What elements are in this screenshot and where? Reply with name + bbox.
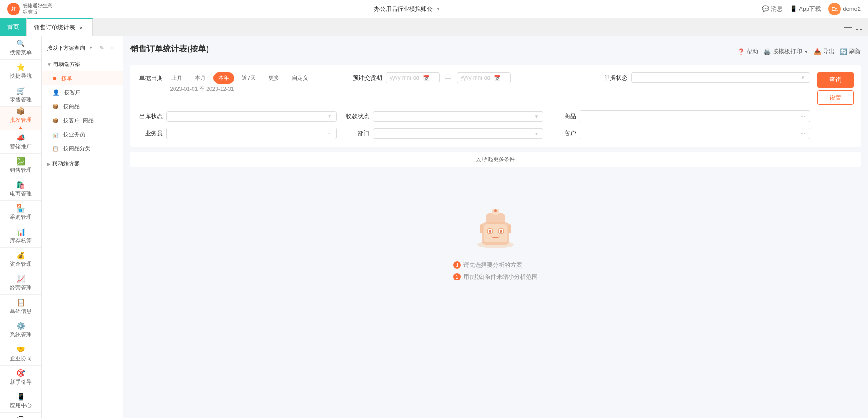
date-tab-this-month[interactable]: 本月 xyxy=(190,72,211,84)
sidebar-item-weixin[interactable]: 💬 企业微信 xyxy=(0,413,41,418)
help-button[interactable]: ❓ 帮助 xyxy=(737,48,758,56)
scheme-item-by-customer-goods[interactable]: 📦 按客户+商品 xyxy=(42,114,123,128)
collapse-bar[interactable]: △ 收起更多条件 xyxy=(130,152,861,167)
customer-more-icon: ··· xyxy=(801,130,805,137)
sidebar-item-ecommerce[interactable]: 🛍️ 电商管理 xyxy=(0,177,41,201)
date-tab-last-7[interactable]: 近7天 xyxy=(237,72,261,84)
empty-hint-1: 1 请先选择要分析的方案 xyxy=(453,261,537,269)
sidebar-item-basic[interactable]: 📋 基础信息 xyxy=(0,295,41,318)
date-label: 单据日期 xyxy=(137,74,163,82)
system-icon: ⚙️ xyxy=(16,322,25,330)
expected-date-to[interactable]: yyyy-mm-dd 📅 xyxy=(457,72,511,83)
customer-input[interactable]: ··· xyxy=(580,128,810,139)
svg-rect-2 xyxy=(484,224,507,242)
message-button[interactable]: 💬 消息 xyxy=(762,5,783,13)
sidebar-item-search-menu[interactable]: 🔍 搜索菜单 xyxy=(0,36,41,60)
sidebar-item-quick-nav[interactable]: ⭐ 快捷导航 xyxy=(0,60,41,83)
salesman-label: 业务员 xyxy=(137,129,163,138)
date-tab-more[interactable]: 更多 xyxy=(264,72,284,84)
action-buttons: 查询 设置 xyxy=(817,72,854,105)
export-icon: 📥 xyxy=(814,48,821,55)
collapse-icon: « xyxy=(111,45,114,51)
export-button[interactable]: 📥 导出 xyxy=(814,48,835,56)
user-menu[interactable]: Ea demo2 xyxy=(828,3,861,15)
print-button[interactable]: 🖨️ 按模板打印 ▼ xyxy=(764,48,808,56)
dept-arrow-icon: ▼ xyxy=(534,131,539,136)
tab-sales-order-stats[interactable]: 销售订单统计表 × xyxy=(27,18,93,36)
svg-rect-8 xyxy=(508,224,511,233)
ecommerce-icon: 🛍️ xyxy=(16,180,25,189)
refresh-button[interactable]: 🔄 刷新 xyxy=(840,48,861,56)
date-tab-this-year[interactable]: 本年 xyxy=(213,72,234,84)
date-to-placeholder: yyyy-mm-dd xyxy=(461,75,490,81)
top-bar: 好 畅捷通好生意 标准版 办公用品行业模拟账套 ▼ 💬 消息 📱 App下载 E… xyxy=(0,0,868,18)
edit-icon: ✎ xyxy=(99,45,104,51)
sidebar-item-enterprise[interactable]: 🤝 企业协同 xyxy=(0,342,41,366)
status-arrow-icon: ▼ xyxy=(801,75,805,80)
svg-point-6 xyxy=(500,230,502,233)
left-panel: 按以下方案查询 + ✎ « ▼ 电脑端方案 xyxy=(42,36,123,418)
salesman-input[interactable]: ··· xyxy=(166,128,337,139)
tab-home[interactable]: 首页 xyxy=(0,18,27,36)
sidebar-item-finance[interactable]: 💰 资金管理 xyxy=(0,248,41,271)
pay-status-select[interactable]: ▼ xyxy=(373,111,543,122)
dept-label: 部门 xyxy=(344,129,369,138)
settings-button[interactable]: 设置 xyxy=(817,90,854,105)
shipping-status-select[interactable]: ▼ xyxy=(166,111,337,122)
scheme-item-by-customer[interactable]: 👤 按客户 xyxy=(42,86,123,100)
logo-area: 好 畅捷通好生意 标准版 xyxy=(7,3,52,15)
sidebar-item-purchase[interactable]: 🏪 采购管理 xyxy=(0,201,41,224)
header-actions: ❓ 帮助 🖨️ 按模板打印 ▼ 📥 导出 🔄 刷新 xyxy=(737,48,861,56)
workspace-selector[interactable]: 办公用品行业模拟账套 ▼ xyxy=(374,5,441,13)
mobile-schemes-header[interactable]: ▶ 移动端方案 xyxy=(42,157,123,171)
date-tab-custom[interactable]: 自定义 xyxy=(287,72,313,84)
sidebar-item-retail[interactable]: 🛒 零售管理 xyxy=(0,83,41,107)
sidebar-item-newbie[interactable]: 🎯 新手引导 xyxy=(0,366,41,389)
scheme-item-by-goods[interactable]: 📦 按商品 xyxy=(42,100,123,114)
sidebar-item-sales[interactable]: 💹 销售管理 xyxy=(0,154,41,177)
maximize-button[interactable]: ⛶ xyxy=(855,23,863,31)
expected-date-label: 预计交货期 xyxy=(353,74,382,82)
scheme-item-by-category[interactable]: 📋 按商品分类 xyxy=(42,142,123,156)
query-button[interactable]: 查询 xyxy=(817,72,854,88)
app-download-button[interactable]: 📱 App下载 xyxy=(790,5,821,13)
main-layout: 🔍 搜索菜单 ⭐ 快捷导航 🛒 零售管理 📦 批发管理 ▲ 📣 营销推广 💹 销… xyxy=(0,36,868,418)
collapse-panel-button[interactable]: « xyxy=(108,43,117,52)
dept-select[interactable]: ▼ xyxy=(373,128,543,139)
purchase-icon: 🏪 xyxy=(16,204,25,213)
finance-icon: 💰 xyxy=(16,251,25,260)
left-panel-header: 按以下方案查询 + ✎ « xyxy=(42,40,123,56)
filter-section: 单据日期 上月 本月 本年 xyxy=(130,65,861,147)
retail-icon: 🛒 xyxy=(16,86,25,95)
add-scheme-button[interactable]: + xyxy=(86,43,95,52)
marketing-icon: 📣 xyxy=(16,133,25,142)
help-icon: ❓ xyxy=(737,48,745,55)
scheme-order-icon: ● xyxy=(52,74,57,82)
mobile-schemes-group: ▶ 移动端方案 xyxy=(42,157,123,171)
calendar-icon-2: 📅 xyxy=(494,75,500,81)
svg-rect-7 xyxy=(480,224,483,233)
edit-scheme-button[interactable]: ✎ xyxy=(97,43,106,52)
scheme-item-by-order[interactable]: ● 按单 xyxy=(42,71,123,86)
sidebar-item-marketing[interactable]: 📣 营销推广 xyxy=(0,130,41,154)
scheme-item-by-salesman[interactable]: 📊 按业务员 xyxy=(42,128,123,142)
sidebar-item-appcenter[interactable]: 📱 应用中心 xyxy=(0,389,41,413)
main-panel: 销售订单统计表(按单) ❓ 帮助 🖨️ 按模板打印 ▼ 📥 导出 xyxy=(123,36,868,418)
operation-icon: 📈 xyxy=(16,275,25,283)
pc-schemes-header[interactable]: ▼ 电脑端方案 xyxy=(42,58,123,71)
left-panel-actions: + ✎ « xyxy=(86,43,117,52)
page-title: 销售订单统计表(按单) xyxy=(130,43,209,54)
status-select[interactable]: ▼ xyxy=(631,72,810,83)
pc-schemes-group: ▼ 电脑端方案 ● 按单 👤 按客户 📦 按商品 📦 按客户+商品 xyxy=(42,58,123,156)
sidebar-item-wholesale[interactable]: 📦 批发管理 ▲ xyxy=(0,107,41,130)
scheme-customer-icon: 👤 xyxy=(52,89,60,96)
expected-date-from[interactable]: yyyy-mm-dd 📅 xyxy=(386,72,440,83)
goods-input[interactable]: ··· xyxy=(580,110,810,122)
sidebar-item-inventory[interactable]: 📊 库存核算 xyxy=(0,224,41,248)
salesman-more-icon: ··· xyxy=(327,130,332,137)
tab-close-button[interactable]: × xyxy=(78,24,85,31)
minimize-button[interactable]: — xyxy=(844,23,852,31)
sidebar-item-system[interactable]: ⚙️ 系统管理 xyxy=(0,318,41,342)
sidebar-item-operation[interactable]: 📈 经营管理 xyxy=(0,271,41,295)
date-tab-last-month[interactable]: 上月 xyxy=(166,72,187,84)
